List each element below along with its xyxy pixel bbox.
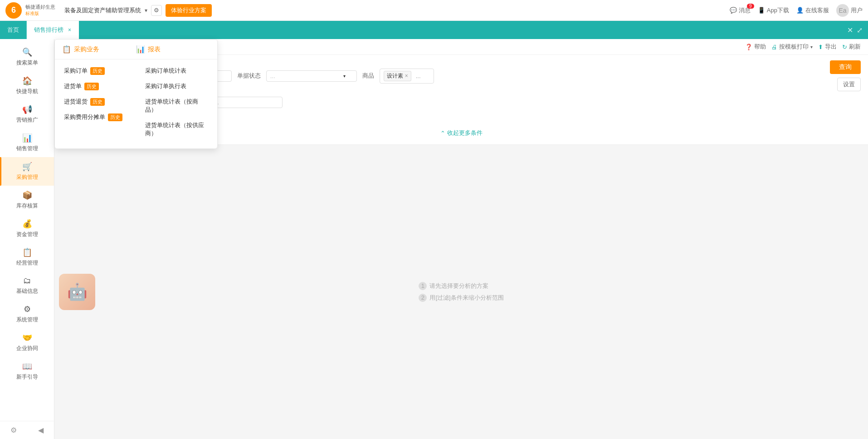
sidebar: 🔍 搜索菜单 🏠 快捷导航 📢 营销推广 📊 销售管理 🛒 采购管理 📦 库存核… — [0, 39, 54, 439]
inventory-icon: 📦 — [22, 190, 32, 200]
sidebar-item-search[interactable]: 🔍 搜索菜单 — [0, 43, 54, 71]
history-badge-4: 历史 — [108, 113, 122, 121]
export-icon: ⬆ — [818, 44, 823, 50]
empty-state: 🤖 1 请先选择要分析的方案 2 用[过滤]条件来缩小分析范围 — [54, 145, 868, 439]
empty-tip1: 请先选择要分析的方案 — [429, 280, 488, 292]
industry-btn[interactable]: 体验行业方案 — [166, 4, 212, 17]
tab-close-all-icon[interactable]: ✕ — [847, 26, 853, 35]
goods-label: 商品 — [362, 72, 374, 80]
sidebar-item-marketing[interactable]: 📢 营销推广 — [0, 100, 54, 128]
tab-sales-rank[interactable]: 销售排行榜 × — [27, 21, 79, 39]
history-badge-2: 历史 — [84, 83, 99, 90]
sidebar-item-purchase[interactable]: 🛒 采购管理 — [0, 157, 54, 186]
history-badge-3: 历史 — [90, 98, 105, 106]
header-right: 💬 消息 9 📱 App下载 👤 在线客服 Ea 用户 — [730, 4, 863, 17]
tab-home-label: 首页 — [7, 26, 19, 34]
help-btn[interactable]: ❓ 帮助 — [745, 43, 766, 51]
sidebar-item-operations[interactable]: 📋 经营管理 — [0, 243, 54, 271]
phone-icon: 📱 — [758, 7, 765, 14]
tab-sales-rank-label: 销售排行榜 — [34, 26, 63, 34]
operations-icon: 📋 — [22, 247, 32, 257]
logo-badge: 标准版 — [25, 10, 55, 17]
empty-tip2: 用[过滤]条件来缩小分析范围 — [429, 292, 503, 304]
system-dropdown-btn[interactable]: ▾ — [145, 7, 147, 14]
dropdown-item-order-stats[interactable]: 采购订单统计表 — [136, 63, 217, 79]
system-icon: ⚙ — [24, 304, 31, 314]
gear-btn[interactable]: ⚙ — [151, 5, 162, 16]
message-icon: 💬 — [730, 7, 737, 14]
step1-num: 1 — [419, 282, 427, 290]
tab-home[interactable]: 首页 — [0, 21, 27, 39]
dropdown-item-expense[interactable]: 采购费用分摊单 历史 — [55, 109, 136, 125]
history-badge-1: 历史 — [90, 67, 105, 75]
sidebar-settings-btn[interactable]: ⚙ — [10, 426, 17, 434]
sidebar-collapse-btn[interactable]: ◀ — [38, 426, 44, 434]
system-name: 装备及固定资产辅助管理系统 — [64, 6, 141, 15]
print-dropdown-icon: ▾ — [810, 44, 813, 49]
purchase-dropdown: 📋 采购业务 📊 报表 采购订单 历史 进货单 历史 进货退货 历史 采购费用分… — [54, 39, 218, 149]
dropdown-item-inbound-by-goods[interactable]: 进货单统计表（按商品） — [136, 94, 217, 118]
sales-icon: 📊 — [22, 133, 32, 143]
avatar: Ea — [836, 4, 849, 17]
top-header: 6 畅捷通好生意 标准版 装备及固定资产辅助管理系统 ▾ ⚙ 体验行业方案 💬 … — [0, 0, 868, 21]
refresh-icon: ↻ — [842, 44, 847, 50]
tab-bar: 首页 销售排行榜 × ✕ ⤢ — [0, 21, 868, 39]
section1-title: 📋 采购业务 — [62, 45, 136, 55]
goods-tag-close[interactable]: × — [405, 73, 408, 79]
tab-expand-icon[interactable]: ⤢ — [857, 26, 863, 35]
marketing-icon: 📢 — [22, 104, 32, 114]
section2-icon: 📊 — [136, 45, 145, 54]
step2-num: 2 — [419, 294, 427, 302]
logo-area: 6 畅捷通好生意 标准版 — [5, 2, 60, 19]
user-btn[interactable]: Ea 用户 — [836, 4, 863, 17]
order-status-select[interactable]: ... ▾ — [266, 70, 357, 82]
print-btn[interactable]: 🖨 按模板打印 ▾ — [771, 43, 813, 51]
logo-text: 畅捷通好生意 — [25, 4, 55, 10]
sidebar-item-sales[interactable]: 📊 销售管理 — [0, 128, 54, 157]
header-system: 装备及固定资产辅助管理系统 ▾ ⚙ 体验行业方案 — [60, 4, 730, 17]
export-btn[interactable]: ⬆ 导出 — [818, 43, 837, 51]
dropdown-col-2: 采购订单统计表 采购订单执行表 进货单统计表（按商品） 进货单统计表（按供应商） — [136, 61, 217, 143]
dropdown-item-return[interactable]: 进货退货 历史 — [55, 94, 136, 109]
sidebar-item-inventory[interactable]: 📦 库存核算 — [0, 186, 54, 214]
enterprise-icon: 🤝 — [22, 333, 32, 343]
section1-icon: 📋 — [62, 45, 71, 54]
goods-ellipsis-btn[interactable]: ... — [413, 73, 424, 79]
purchase-icon: 🛒 — [22, 162, 32, 172]
dropdown-col-1: 采购订单 历史 进货单 历史 进货退货 历史 采购费用分摊单 历史 — [55, 61, 136, 143]
sidebar-item-guide[interactable]: 📖 新手引导 — [0, 357, 54, 385]
app-download-btn[interactable]: 📱 App下载 — [758, 6, 789, 15]
sidebar-item-system[interactable]: ⚙ 系统管理 — [0, 300, 54, 328]
print-icon: 🖨 — [771, 44, 777, 50]
sidebar-item-basic-info[interactable]: 🗂 基础信息 — [0, 271, 54, 300]
service-icon: 👤 — [796, 7, 804, 14]
empty-robot-icon: 🤖 — [59, 274, 95, 310]
message-badge: 9 — [747, 4, 754, 9]
dropdown-item-order-exec[interactable]: 采购订单执行表 — [136, 79, 217, 94]
goods-input[interactable]: 设计素 × ... — [380, 69, 434, 84]
dropdown-item-inbound[interactable]: 进货单 历史 — [55, 79, 136, 94]
goods-tag: 设计素 × — [384, 71, 411, 81]
order-status-label: 单据状态 — [237, 72, 261, 80]
sidebar-item-enterprise[interactable]: 🤝 企业协同 — [0, 328, 54, 357]
query-btn[interactable]: 查询 — [830, 60, 861, 74]
setting-btn[interactable]: 设置 — [837, 78, 861, 91]
btn-group-right: 查询 设置 — [830, 60, 861, 91]
collapse-up-icon: ⌃ — [440, 130, 445, 137]
dropdown-item-inbound-by-supplier[interactable]: 进货单统计表（按供应商） — [136, 118, 217, 141]
basic-info-icon: 🗂 — [23, 276, 31, 286]
tab-close-btn[interactable]: × — [68, 27, 71, 33]
section2-title: 📊 报表 — [136, 45, 210, 55]
logo-icon: 6 — [5, 2, 22, 19]
dropdown-header: 📋 采购业务 📊 报表 — [55, 45, 217, 59]
salesperson-input[interactable]: ... — [210, 97, 283, 108]
capital-icon: 💰 — [22, 219, 32, 229]
message-btn[interactable]: 💬 消息 9 — [730, 6, 751, 15]
sidebar-item-quick-nav[interactable]: 🏠 快捷导航 — [0, 71, 54, 100]
refresh-btn[interactable]: ↻ 刷新 — [842, 43, 861, 51]
guide-icon: 📖 — [22, 361, 32, 371]
dropdown-item-purchase-order[interactable]: 采购订单 历史 — [55, 63, 136, 79]
online-service-btn[interactable]: 👤 在线客服 — [796, 6, 829, 15]
sidebar-item-capital[interactable]: 💰 资金管理 — [0, 214, 54, 243]
tab-bar-right: ✕ ⤢ — [842, 21, 868, 39]
